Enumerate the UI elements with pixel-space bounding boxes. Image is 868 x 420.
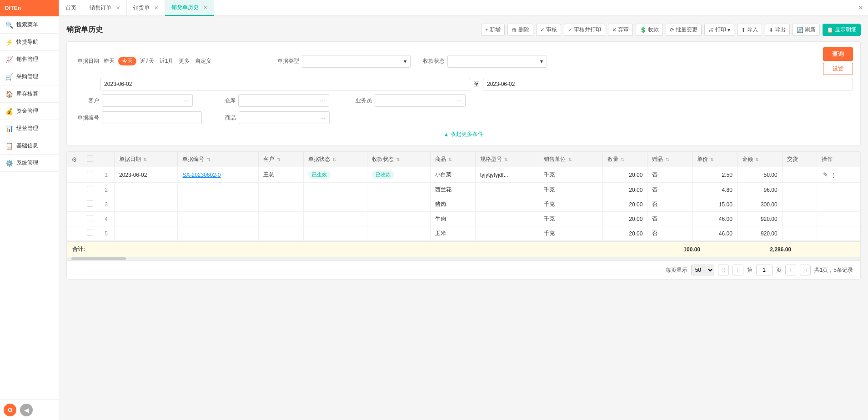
doc-type-select[interactable]: ▾ [302, 55, 411, 68]
tab-sales-history[interactable]: 销货单历史 ✕ [165, 0, 214, 16]
tab-home[interactable]: 首页 [59, 0, 83, 16]
col-price-header[interactable]: 单价 ⇅ [692, 152, 738, 167]
row-checkbox-input-2[interactable] [87, 200, 93, 207]
shortcut-custom[interactable]: 自定义 [193, 56, 213, 66]
col-checkbox-header[interactable] [82, 152, 98, 167]
customer-picker[interactable]: ··· [102, 94, 193, 107]
row-more-icon-0[interactable]: ⋮ [829, 171, 838, 178]
row-unit-1: 千克 [539, 183, 602, 197]
col-qty-label: 数量 [607, 156, 618, 162]
tab-bar-close-all[interactable]: ✕ [858, 4, 868, 11]
date-from-input[interactable] [100, 78, 470, 90]
col-gift-header[interactable]: 赠品 ⇅ [647, 152, 692, 167]
audit-print-button[interactable]: ✓ 审核并打印 [564, 24, 605, 36]
row-docstatus-4 [304, 226, 367, 241]
audit-button[interactable]: ✓ 审核 [536, 24, 561, 36]
header-checkbox[interactable] [87, 155, 93, 162]
sidebar-collapse-btn[interactable]: ◀ [20, 404, 33, 416]
warehouse-dots[interactable]: ··· [320, 97, 325, 104]
col-qty-header[interactable]: 数量 ⇅ [602, 152, 647, 167]
col-payment-header[interactable]: 收款状态 ⇅ [367, 152, 430, 167]
row-checkbox-input-3[interactable] [87, 215, 93, 221]
row-docno-4[interactable] [178, 226, 259, 241]
payment-status-select[interactable]: ▾ [447, 55, 547, 68]
col-customer-header[interactable]: 客户 ⇅ [259, 152, 304, 167]
per-page-select[interactable]: 50 100 200 [691, 265, 714, 275]
export-button[interactable]: ⬇ 导出 [765, 24, 790, 36]
sales-rep-picker[interactable]: ··· [375, 94, 466, 107]
batch-change-button[interactable]: ⟳ 批量变更 [666, 24, 702, 36]
row-docno-3[interactable] [178, 212, 259, 226]
row-docno-link-0[interactable]: SA-20230602-0 [182, 172, 221, 178]
shortcut-more[interactable]: 更多 [177, 56, 191, 66]
collect-button[interactable]: 💲 收款 [636, 24, 663, 36]
date-to-input[interactable] [483, 78, 853, 90]
sidebar-item-quick-nav[interactable]: ⚡ 快捷导航 [0, 34, 59, 51]
warehouse-picker[interactable]: ··· [238, 94, 329, 107]
row-checkbox-3[interactable] [82, 212, 98, 226]
doc-no-input[interactable] [102, 111, 202, 124]
row-edit-icon-0[interactable]: ✎ [822, 171, 829, 178]
tab-sales-order[interactable]: 销售订单 ✕ [83, 0, 127, 16]
col-spec-header[interactable]: 规格型号 ⇅ [475, 152, 539, 167]
row-checkbox-4[interactable] [82, 226, 98, 241]
row-docno-0[interactable]: SA-20230602-0 [178, 167, 259, 183]
row-checkbox-input-1[interactable] [87, 186, 93, 192]
col-date-label: 单据日期 [119, 156, 141, 162]
sidebar-item-operation-mgmt[interactable]: 📊 经营管理 [0, 120, 59, 137]
col-product-header[interactable]: 商品 ⇅ [430, 152, 475, 167]
row-docno-2[interactable] [178, 197, 259, 212]
sidebar-item-search-menu[interactable]: 🔍 搜索菜单 [0, 16, 59, 34]
doc-type-label: 单据类型 [274, 57, 299, 65]
sidebar-item-system-mgmt[interactable]: ⚙️ 系统管理 [0, 155, 59, 172]
sidebar-item-basic-info[interactable]: 📋 基础信息 [0, 137, 59, 155]
show-detail-button[interactable]: 📋 显示明细 [823, 24, 861, 36]
shortcut-7days[interactable]: 近7天 [138, 56, 156, 66]
print-button[interactable]: 🖨 打印 ▾ [704, 24, 734, 36]
page-number-input[interactable] [756, 265, 773, 275]
query-button[interactable]: 查询 [823, 47, 853, 61]
refresh-button[interactable]: 🔄 刷新 [793, 24, 820, 36]
tab-sales-order-close[interactable]: ✕ [116, 5, 120, 11]
shortcut-yesterday[interactable]: 昨天 [102, 56, 116, 66]
settings-gear-icon[interactable]: ⚙ [71, 156, 77, 163]
delete-button[interactable]: 🗑 删除 [507, 24, 533, 36]
row-checkbox-0[interactable] [82, 167, 98, 183]
tab-sales-delivery[interactable]: 销货单 ✕ [127, 0, 165, 16]
tab-sales-history-close[interactable]: ✕ [203, 5, 207, 10]
page-first-btn[interactable]: ⟨⟨ [718, 265, 729, 275]
page-last-btn[interactable]: ⟩⟩ [800, 265, 811, 275]
import-button[interactable]: ⬆ 导入 [737, 24, 762, 36]
customer-dots[interactable]: ··· [183, 97, 189, 104]
new-button[interactable]: + 新增 [481, 24, 505, 36]
product-dots[interactable]: ··· [320, 114, 326, 121]
table-scrollbar[interactable] [67, 257, 860, 260]
scrollbar-thumb[interactable] [71, 257, 126, 260]
row-checkbox-2[interactable] [82, 197, 98, 212]
row-checkbox-input-0[interactable] [87, 171, 93, 177]
row-docno-1[interactable] [178, 183, 259, 197]
set-button[interactable]: 设置 [823, 63, 853, 75]
col-settings-header[interactable]: ⚙ [67, 152, 82, 167]
product-picker[interactable]: ··· [239, 111, 330, 124]
collapse-button[interactable]: ▲ 收起更多条件 [444, 129, 484, 140]
abandon-button[interactable]: ✕ 弃审 [608, 24, 633, 36]
col-date-header[interactable]: 单据日期 ⇅ [115, 152, 178, 167]
sidebar-item-purchase-mgmt[interactable]: 🛒 采购管理 [0, 68, 59, 85]
row-checkbox-input-4[interactable] [87, 230, 93, 236]
shortcut-1month[interactable]: 近1月 [158, 56, 176, 66]
sidebar-item-sales-mgmt[interactable]: 📈 销售管理 [0, 51, 59, 68]
sidebar-item-finance-mgmt[interactable]: 💰 资金管理 [0, 103, 59, 120]
tab-sales-delivery-close[interactable]: ✕ [154, 5, 158, 11]
sidebar-settings-btn[interactable]: ⚙ [4, 404, 16, 416]
shortcut-today[interactable]: 今天 [118, 57, 136, 65]
page-next-btn[interactable]: ⟩ [785, 265, 796, 275]
col-unit-header[interactable]: 销售单位 ⇅ [539, 152, 602, 167]
col-docno-header[interactable]: 单据编号 ⇅ [178, 152, 259, 167]
col-amount-header[interactable]: 金额 ⇅ [737, 152, 782, 167]
sidebar-item-inventory[interactable]: 🏠 库存核算 [0, 85, 59, 103]
sales-rep-dots[interactable]: ··· [456, 97, 462, 104]
page-prev-btn[interactable]: ⟨ [733, 265, 743, 275]
row-checkbox-1[interactable] [82, 183, 98, 197]
col-docstatus-header[interactable]: 单据状态 ⇅ [304, 152, 367, 167]
